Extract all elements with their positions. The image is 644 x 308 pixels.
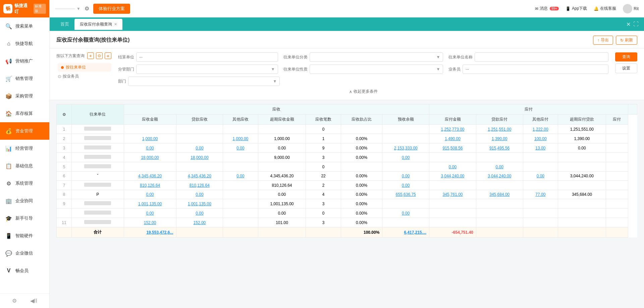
table-cell[interactable]: 345,684.00: [476, 190, 523, 199]
sidebar-item-vip[interactable]: V 畅会员: [0, 262, 49, 279]
table-cell[interactable]: [124, 162, 176, 172]
table-cell[interactable]: 18,000.00: [124, 153, 176, 162]
table-cell[interactable]: 0.00: [176, 209, 223, 218]
table-cell[interactable]: 152.00: [176, 218, 223, 227]
table-cell[interactable]: 1,252,773.00: [429, 125, 476, 134]
sidebar-item-marketing[interactable]: 📢 营销推广: [0, 52, 49, 70]
table-cell[interactable]: [176, 125, 223, 134]
table-cell[interactable]: 0.00: [476, 162, 523, 172]
table-cell[interactable]: 0.00: [429, 162, 476, 172]
query-button[interactable]: 查询: [615, 52, 637, 61]
sidebar-item-finance[interactable]: 💰 资金管理: [0, 122, 49, 140]
table-cell[interactable]: 345,761.00: [429, 190, 476, 199]
sidebar-item-hardware[interactable]: 📱 智能硬件: [0, 227, 49, 245]
sidebar-settings-icon[interactable]: ⚙: [12, 298, 17, 304]
table-cell[interactable]: 1,000.00: [124, 134, 176, 143]
table-cell[interactable]: 655,636.75: [382, 190, 429, 199]
table-cell[interactable]: [382, 162, 429, 172]
table-cell[interactable]: [429, 218, 476, 227]
filter-input-dept-mgr[interactable]: ▼: [136, 64, 278, 74]
table-cell[interactable]: 3,044,240.00: [476, 172, 523, 181]
table-cell[interactable]: [223, 190, 258, 199]
filter-collapse-more-btn[interactable]: ∧ 收起更多条件: [118, 87, 608, 96]
table-cell[interactable]: [429, 181, 476, 190]
table-cell[interactable]: 810,126.64: [124, 181, 176, 190]
table-cell[interactable]: [429, 209, 476, 218]
filter-scheme-salesman[interactable]: ⊙ 按业务员: [58, 74, 111, 79]
tab-home[interactable]: 首页: [55, 18, 74, 30]
filter-input-salesman[interactable]: ···: [463, 64, 608, 74]
user-avatar-area[interactable]: Rit: [623, 4, 639, 13]
filter-input-dept[interactable]: ▼: [128, 77, 280, 86]
table-cell[interactable]: 0.00: [523, 172, 558, 181]
table-cell[interactable]: 0.00: [176, 190, 223, 199]
filter-input-unitname[interactable]: [475, 52, 608, 62]
sidebar-item-inventory[interactable]: 🏠 库存核算: [0, 105, 49, 122]
table-cell[interactable]: 1,001,135.00: [124, 199, 176, 209]
table-cell[interactable]: 0.00: [124, 209, 176, 218]
table-cell[interactable]: 0.00: [124, 143, 176, 153]
table-cell[interactable]: [476, 199, 523, 209]
tab-ar-ap[interactable]: 应收应付余额查询 ✕: [74, 19, 122, 30]
table-cell[interactable]: 0.00: [382, 209, 429, 218]
table-cell[interactable]: 3,044,240.00: [429, 172, 476, 181]
table-cell[interactable]: [476, 153, 523, 162]
sidebar-item-quick-nav[interactable]: ⌂ 快捷导航: [0, 35, 49, 52]
table-cell[interactable]: [523, 181, 558, 190]
message-button[interactable]: ✉ 消息 99+: [535, 6, 559, 11]
sidebar-item-search-menu[interactable]: 🔍 搜索菜单: [0, 17, 49, 35]
table-cell[interactable]: 0.00: [382, 181, 429, 190]
table-cell[interactable]: 915,508.56: [429, 143, 476, 153]
filter-input-nature[interactable]: ▼: [310, 64, 443, 74]
footer-ar-prepaid[interactable]: 6,417,215....: [382, 227, 429, 237]
table-cell[interactable]: [476, 218, 523, 227]
table-cell[interactable]: 0.00: [223, 172, 258, 181]
tabbar-close-button[interactable]: ✕: [626, 21, 631, 28]
table-cell[interactable]: [429, 153, 476, 162]
filter-scheme-partner[interactable]: 按往来单位: [58, 63, 111, 72]
table-cell[interactable]: 100.00: [523, 134, 558, 143]
table-cell[interactable]: 1,001,135.00: [176, 199, 223, 209]
filter-input-settlement[interactable]: ···: [136, 52, 278, 62]
filter-collapse-btn[interactable]: «: [105, 52, 111, 59]
table-cell[interactable]: 77.00: [523, 190, 558, 199]
export-button[interactable]: ↑ 导出: [593, 36, 613, 45]
table-cell[interactable]: 0.00: [223, 143, 258, 153]
table-cell[interactable]: 0.00: [124, 190, 176, 199]
table-cell[interactable]: 4,345,436.20: [176, 172, 223, 181]
sidebar-item-sales[interactable]: 🛒 销售管理: [0, 70, 49, 87]
table-cell[interactable]: [223, 218, 258, 227]
sidebar-collapse-icon[interactable]: ◀II: [30, 298, 37, 304]
table-cell[interactable]: 13.00: [523, 143, 558, 153]
table-cell[interactable]: [382, 199, 429, 209]
table-cell[interactable]: [476, 209, 523, 218]
promo-button[interactable]: 体验行业方案: [93, 4, 130, 14]
filter-add-btn[interactable]: +: [87, 52, 94, 59]
sidebar-item-guide[interactable]: 🎓 新手引导: [0, 210, 49, 227]
table-cell[interactable]: [382, 125, 429, 134]
table-cell[interactable]: 1,390.00: [476, 134, 523, 143]
table-cell[interactable]: [523, 153, 558, 162]
table-cell[interactable]: 1,000.00: [223, 134, 258, 143]
table-cell[interactable]: [476, 181, 523, 190]
online-service-button[interactable]: 🔔 在线客服: [594, 6, 616, 11]
table-cell[interactable]: 18,000.00: [176, 153, 223, 162]
tab-close-icon[interactable]: ✕: [114, 22, 117, 27]
sidebar-item-operations[interactable]: 📊 经营管理: [0, 140, 49, 157]
table-cell[interactable]: 0.00: [382, 153, 429, 162]
table-cell[interactable]: [223, 209, 258, 218]
settings-button[interactable]: 设置: [615, 63, 637, 73]
table-cell[interactable]: [124, 125, 176, 134]
sidebar-item-wechat[interactable]: 💬 企业微信: [0, 245, 49, 262]
table-cell[interactable]: [523, 162, 558, 172]
table-cell[interactable]: [382, 218, 429, 227]
footer-ar-amount[interactable]: 19,553,472,6...: [124, 227, 176, 237]
table-cell[interactable]: [223, 199, 258, 209]
table-cell[interactable]: [523, 209, 558, 218]
tabbar-expand-button[interactable]: ⛶: [633, 21, 639, 27]
app-download-button[interactable]: 📱 App下载: [566, 6, 587, 11]
refresh-button[interactable]: ↻ 刷新: [616, 36, 637, 45]
sidebar-item-corp[interactable]: 🏢 企业协同: [0, 192, 49, 210]
table-cell[interactable]: [429, 199, 476, 209]
table-cell[interactable]: [223, 153, 258, 162]
